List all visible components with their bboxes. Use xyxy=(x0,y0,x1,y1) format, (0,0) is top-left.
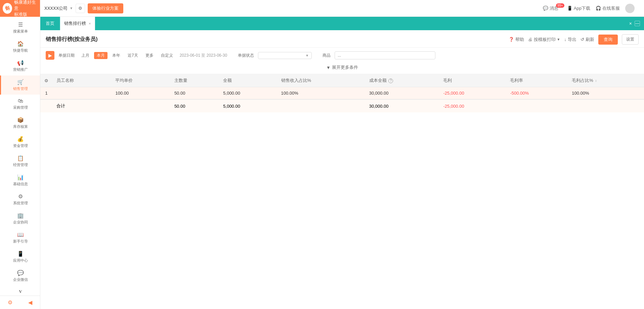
company-selector[interactable]: XXXXX公司 ▼ xyxy=(44,5,73,11)
cell-gross-ratio: 100.00% xyxy=(568,87,644,100)
table-wrap: ⚙ 员工名称 平均单价 主数量 全额 xyxy=(40,74,644,309)
footer-empty-5 xyxy=(568,99,644,112)
sidebar-label-app-center: 应用中心 xyxy=(13,258,28,263)
col-gross-ratio: 毛利占比% ↕ xyxy=(568,74,644,87)
footer-empty-2 xyxy=(111,99,170,112)
page-title: 销售排行榜(按业务员) xyxy=(46,36,98,43)
export-btn[interactable]: ↓ 导出 xyxy=(564,37,577,43)
app-download-btn[interactable]: 📱 App下载 xyxy=(567,5,590,11)
cell-amount: 5,000.00 xyxy=(219,87,277,100)
col-settings[interactable]: ⚙ xyxy=(40,74,52,87)
sidebar-item-guide[interactable]: 📖 新手引导 xyxy=(0,228,40,247)
wechat-icon: 💬 xyxy=(17,270,24,276)
sidebar-item-inventory[interactable]: 📦 库存核算 xyxy=(0,113,40,133)
app-center-icon: 📱 xyxy=(17,251,24,257)
tab-home[interactable]: 首页 xyxy=(40,17,60,30)
trial-btn[interactable]: 体验行业方案 xyxy=(88,3,123,13)
sidebar-settings-btn[interactable]: ⚙ xyxy=(8,299,12,306)
sidebar-item-app-center[interactable]: 📱 应用中心 xyxy=(0,247,40,266)
sidebar-item-sales[interactable]: 🛒 销售管理 xyxy=(0,75,40,95)
sidebar-item-search-order[interactable]: ☰ 搜索菜单 xyxy=(0,18,40,37)
sidebar-item-enterprise[interactable]: 🏢 企业协同 xyxy=(0,209,40,228)
date-option-last-month[interactable]: 上月 xyxy=(79,52,92,59)
col-avg-price: 平均单价 xyxy=(111,74,170,87)
filter-row-1: ▶ 单据日期 上月 本月 本年 近7天 更多 自定义 2023-06-01 至 … xyxy=(46,51,639,60)
col-gross: 毛利 xyxy=(439,74,506,87)
tab-close-icon[interactable]: × xyxy=(89,21,91,25)
sidebar-item-quick-nav[interactable]: 🏠 快捷导航 xyxy=(0,37,40,56)
home-icon: 🏠 xyxy=(17,41,24,47)
refresh-label: 刷新 xyxy=(586,37,594,43)
date-option-this-month[interactable]: 本月 xyxy=(94,52,108,59)
logo-icon: 畅 xyxy=(3,3,12,14)
goods-input-wrap[interactable] xyxy=(335,51,435,59)
search-order-icon: ☰ xyxy=(18,21,23,28)
sidebar-item-marketing[interactable]: 📢 营销推广 xyxy=(0,56,40,75)
sidebar-footer: ⚙ ◀ xyxy=(0,296,40,309)
online-support-btn[interactable]: 🎧 在线客服 xyxy=(596,5,620,11)
window-close-btn[interactable]: × xyxy=(629,21,632,26)
date-option-more[interactable]: 更多 xyxy=(143,52,156,59)
sidebar-label-marketing: 营销推广 xyxy=(13,67,28,72)
date-option-this-year[interactable]: 本年 xyxy=(110,52,123,59)
help-label: 帮助 xyxy=(515,37,524,43)
date-option-custom[interactable]: 自定义 xyxy=(158,52,176,59)
help-icon: ❓ xyxy=(509,37,514,42)
online-support-label: 在线客服 xyxy=(602,5,620,11)
print-btn[interactable]: 🖨 按模板打印 ▼ xyxy=(528,37,560,43)
query-btn[interactable]: 查询 xyxy=(598,35,618,45)
phone-icon: 📱 xyxy=(567,6,572,11)
settings-btn[interactable]: 设置 xyxy=(622,34,639,45)
cell-main-qty: 50.00 xyxy=(170,87,219,100)
sidebar-item-member[interactable]: V 畅会员 xyxy=(0,286,40,296)
sidebar-label-quick-nav: 快捷导航 xyxy=(13,48,28,53)
cost-amount-info-icon[interactable]: ? xyxy=(388,79,393,83)
sidebar-item-wechat[interactable]: 💬 企业微信 xyxy=(0,266,40,286)
message-btn[interactable]: 💬 消息 99+ xyxy=(543,5,562,11)
topbar-settings-btn[interactable]: ⚙ xyxy=(76,4,85,13)
help-btn[interactable]: ❓ 帮助 xyxy=(509,37,524,43)
footer-empty-4 xyxy=(506,99,568,112)
refresh-btn[interactable]: ↺ 刷新 xyxy=(581,37,594,43)
sidebar-label-inventory: 库存核算 xyxy=(13,124,28,129)
sidebar-label-guide: 新手引导 xyxy=(13,239,28,244)
footer-label: 合计 xyxy=(52,99,111,112)
date-options: 上月 本月 本年 近7天 更多 自定义 xyxy=(79,52,176,59)
main-area: XXXXX公司 ▼ ⚙ 体验行业方案 💬 消息 99+ 📱 App下载 🎧 在线… xyxy=(40,0,644,309)
avatar[interactable] xyxy=(625,4,635,13)
sidebar-label-operations: 经营管理 xyxy=(13,162,28,167)
col-sales-ratio: 销售收入占比% xyxy=(277,74,365,87)
app-download-label: App下载 xyxy=(574,5,590,11)
table-row: 1 100.00 50.00 xyxy=(40,87,644,100)
tab-sales-ranking[interactable]: 销售排行榜 × xyxy=(60,17,95,30)
sidebar-item-system[interactable]: ⚙ 系统管理 xyxy=(0,190,40,209)
sidebar-item-purchase[interactable]: 🛍 采购管理 xyxy=(0,95,40,113)
status-filter-label: 单据状态 xyxy=(238,53,254,58)
goods-input[interactable] xyxy=(338,53,432,58)
basic-info-icon: 📊 xyxy=(17,174,24,181)
sales-icon: 🛒 xyxy=(17,79,24,85)
print-icon: 🖨 xyxy=(528,37,532,42)
sidebar-item-operations[interactable]: 📋 经营管理 xyxy=(0,152,40,171)
expand-more-btn[interactable]: ▼ 展开更多条件 xyxy=(326,64,358,70)
date-option-last-7days[interactable]: 近7天 xyxy=(125,52,141,59)
message-badge: 99+ xyxy=(556,3,564,8)
page-actions: ❓ 帮助 🖨 按模板打印 ▼ ↓ 导出 ↺ 刷新 xyxy=(509,34,639,45)
sidebar-item-finance[interactable]: 💰 资金管理 xyxy=(0,133,40,152)
gear-icon: ⚙ xyxy=(78,6,82,11)
sidebar-label-system: 系统管理 xyxy=(13,201,28,206)
home-tab-label: 首页 xyxy=(46,20,54,27)
expand-down-icon: ▼ xyxy=(326,65,331,70)
company-name: XXXXX公司 xyxy=(44,5,68,11)
sidebar: 畅 畅康通好生意 标准版 ☰ 搜索菜单 🏠 快捷导航 📢 营销推广 🛒 销售管理… xyxy=(0,0,40,309)
col-cost-amount: 成本全额 ? xyxy=(365,74,439,87)
filter-expand-arrow-btn[interactable]: ▶ xyxy=(46,51,54,60)
sidebar-item-basic-info[interactable]: 📊 基础信息 xyxy=(0,171,40,190)
sort-icon[interactable]: ↕ xyxy=(595,79,597,83)
window-minimize-btn[interactable]: — xyxy=(635,21,640,26)
col-name: 员工名称 xyxy=(52,74,111,87)
sidebar-collapse-btn[interactable]: ◀ xyxy=(28,299,32,306)
status-select[interactable]: ▼ xyxy=(258,52,312,59)
headset-icon: 🎧 xyxy=(596,6,601,11)
sidebar-nav: ☰ 搜索菜单 🏠 快捷导航 📢 营销推广 🛒 销售管理 🛍 采购管理 📦 库存核… xyxy=(0,17,40,296)
